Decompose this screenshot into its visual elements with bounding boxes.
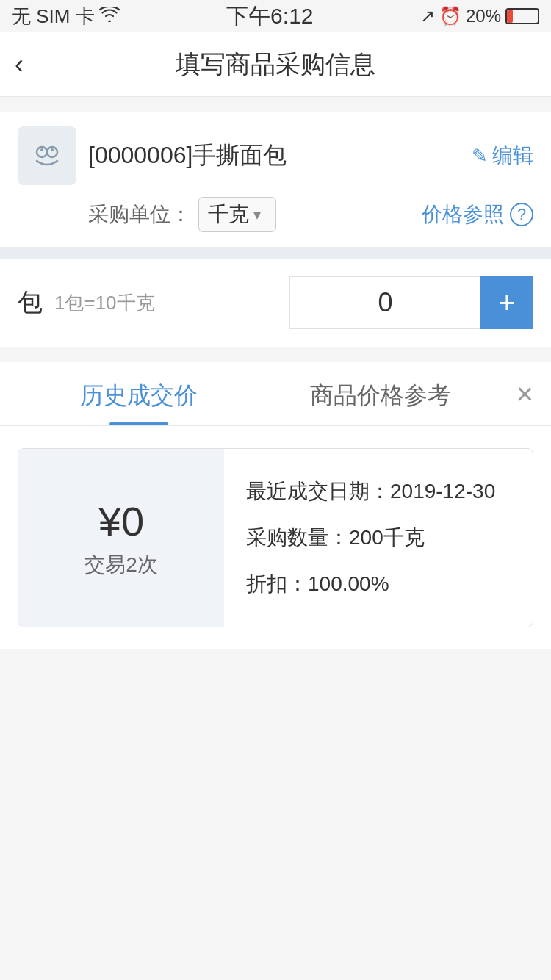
status-time: 下午6:12 [226,1,313,32]
tab-history-label: 历史成交价 [80,380,198,425]
tab-active-indicator [109,422,168,425]
plus-icon: + [498,287,515,320]
tabs-container: 历史成交价 商品价格参考 × [0,362,551,426]
unit-label: 采购单位： [88,201,191,228]
tab-product-price[interactable]: 商品价格参考 [259,362,501,425]
quantity-input[interactable]: 0 [289,276,480,329]
quantity-right: 0 + [289,276,533,329]
unit-selector-group: 采购单位： 千克 ▾ [88,197,276,232]
status-left: 无 SIM 卡 [12,4,120,29]
price-amount: ¥0 [98,497,144,545]
carrier-label: 无 SIM 卡 [12,4,95,29]
price-value: 0 [121,498,144,544]
currency-symbol: ¥ [98,498,121,544]
product-name: [0000006]手撕面包 [88,140,287,172]
alarm-icon: ⏰ [439,6,461,26]
quantity-value: 0 [378,287,392,318]
battery-indicator [505,8,539,24]
main-content-area [0,649,551,980]
quantity-plus-button[interactable]: + [480,276,533,329]
svg-point-3 [51,148,54,151]
close-button[interactable]: × [502,363,533,425]
detail-date: 最近成交日期：2019-12-30 [246,475,511,508]
chevron-down-icon: ▾ [253,206,261,223]
qty-value: 200千克 [349,526,425,549]
product-info: [0000006]手撕面包 [18,126,287,185]
price-reference-button[interactable]: 价格参照 ? [422,201,533,228]
quantity-row: 包 1包=10千克 0 + [0,259,551,347]
detail-discount: 折扣：100.00% [246,568,511,601]
date-value: 2019-12-30 [390,480,495,502]
edit-icon: ✎ [472,145,488,167]
svg-point-2 [40,148,43,151]
date-label: 最近成交日期： [246,480,390,502]
price-left-panel: ¥0 交易2次 [18,449,224,627]
battery-percent: 20% [466,6,501,26]
edit-button[interactable]: ✎ 编辑 [472,142,533,170]
unit-value: 千克 [208,201,249,228]
status-right: ↗ ⏰ 20% [420,6,539,26]
wifi-icon [99,5,120,28]
close-icon: × [516,378,533,410]
back-button[interactable]: ‹ [7,42,31,87]
edit-label: 编辑 [492,142,533,170]
transaction-count: 交易2次 [84,551,158,579]
status-bar: 无 SIM 卡 下午6:12 ↗ ⏰ 20% [0,0,551,32]
detail-qty: 采购数量：200千克 [246,522,511,555]
qty-label: 采购数量： [246,526,349,549]
nav-header: ‹ 填写商品采购信息 [0,32,551,97]
section-divider [0,247,551,259]
page-title: 填写商品采购信息 [176,48,375,82]
help-icon: ? [510,203,533,226]
tab-history-price[interactable]: 历史成交价 [18,362,259,425]
price-right-panel: 最近成交日期：2019-12-30 采购数量：200千克 折扣：100.00% [224,449,533,627]
location-icon: ↗ [420,6,435,26]
price-ref-card: ¥0 交易2次 最近成交日期：2019-12-30 采购数量：200千克 折扣：… [18,448,533,627]
product-card: [0000006]手撕面包 ✎ 编辑 采购单位： 千克 ▾ 价格参照 ? [0,112,551,247]
tabs-row: 历史成交价 商品价格参考 × [0,362,551,425]
price-ref-label: 价格参照 [422,201,504,228]
price-reference-section: ¥0 交易2次 最近成交日期：2019-12-30 采购数量：200千克 折扣：… [0,426,551,649]
quantity-conversion: 1包=10千克 [54,290,155,316]
discount-value: 100.00% [308,572,389,595]
tab-product-label: 商品价格参考 [310,380,451,425]
unit-select[interactable]: 千克 ▾ [198,197,276,232]
product-header: [0000006]手撕面包 ✎ 编辑 [18,126,533,185]
discount-label: 折扣： [246,572,308,595]
quantity-unit: 包 [18,286,43,320]
product-thumbnail [18,126,76,185]
quantity-left: 包 1包=10千克 [18,286,155,320]
product-unit-row: 采购单位： 千克 ▾ 价格参照 ? [18,197,533,232]
